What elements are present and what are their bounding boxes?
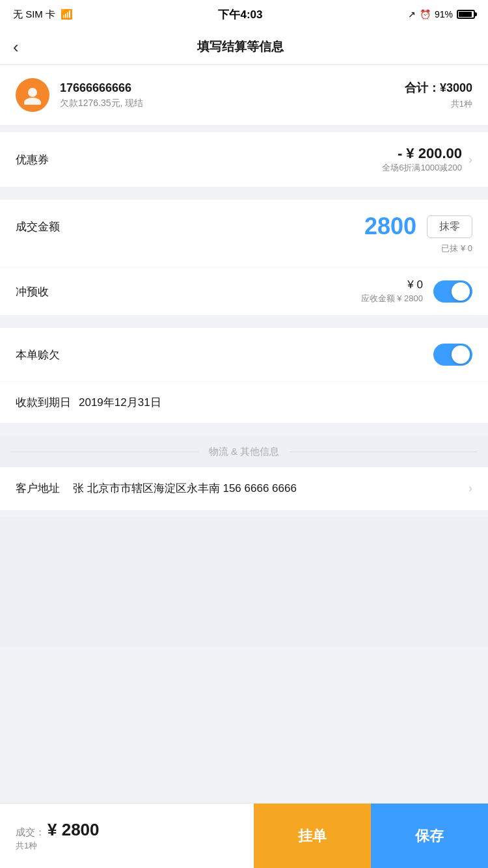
divider-2 bbox=[0, 321, 488, 328]
address-label: 客户地址 bbox=[16, 481, 60, 496]
svg-point-1 bbox=[24, 98, 41, 105]
hold-button[interactable]: 挂单 bbox=[254, 804, 371, 868]
coupon-label: 优惠券 bbox=[16, 152, 49, 167]
total-amount: 合计：¥3000 bbox=[405, 80, 472, 96]
address-row[interactable]: 客户地址 张 北京市市辖区海淀区永丰南 156 6666 6666 › bbox=[0, 467, 488, 510]
deal-section: 成交金额 2800 抹零 已抹 ¥ 0 冲预收 ¥ 0 应收金额 ¥ 2800 bbox=[0, 200, 488, 315]
discount-amount: - ¥ 200.00 bbox=[398, 145, 462, 162]
benyue-section: 本单赊欠 收款到期日 2019年12月31日 bbox=[0, 328, 488, 423]
deal-amount-label: 成交金额 bbox=[16, 219, 60, 234]
discount-desc: 全场6折满1000减200 bbox=[382, 162, 462, 174]
bottom-deal-amount: ¥ 2800 bbox=[47, 820, 100, 840]
benyue-row: 本单赊欠 bbox=[0, 328, 488, 381]
customer-card: 17666666666 欠款1276.35元, 现结 合计：¥3000 共1种 bbox=[0, 65, 488, 126]
alarm-icon: ⏰ bbox=[420, 9, 431, 20]
status-bar: 无 SIM 卡 📶 下午4:03 ↗ ⏰ 91% bbox=[0, 0, 488, 29]
location-icon: ↗ bbox=[408, 9, 416, 20]
battery-icon bbox=[457, 10, 475, 19]
page-title: 填写结算等信息 bbox=[32, 38, 449, 55]
bottom-bar: 成交： ¥ 2800 共1种 挂单 保存 bbox=[0, 803, 488, 868]
round-button[interactable]: 抹零 bbox=[427, 215, 472, 238]
due-date-row: 收款到期日 2019年12月31日 bbox=[0, 381, 488, 423]
coupon-right: - ¥ 200.00 全场6折满1000减200 bbox=[49, 145, 462, 174]
toggle-knob bbox=[452, 282, 470, 301]
divider-3 bbox=[0, 429, 488, 436]
avatar bbox=[16, 78, 49, 112]
total-count: 共1种 bbox=[405, 98, 472, 110]
deal-amount-row: 成交金额 2800 抹零 已抹 ¥ 0 bbox=[0, 200, 488, 268]
benyue-toggle[interactable] bbox=[433, 344, 472, 366]
wifi-icon: 📶 bbox=[61, 8, 73, 20]
customer-phone: 17666666666 bbox=[60, 81, 405, 95]
deal-sub: 已抹 ¥ 0 bbox=[16, 243, 472, 254]
address-section: 客户地址 张 北京市市辖区海淀区永丰南 156 6666 6666 › bbox=[0, 467, 488, 510]
content: 17666666666 欠款1276.35元, 现结 合计：¥3000 共1种 … bbox=[0, 65, 488, 725]
deal-right: 2800 抹零 bbox=[364, 213, 472, 240]
gray-bg-section bbox=[0, 517, 488, 647]
sep-line-right bbox=[290, 452, 478, 452]
coupon-row[interactable]: 优惠券 - ¥ 200.00 全场6折满1000减200 › bbox=[0, 132, 488, 187]
no-sim-label: 无 SIM 卡 bbox=[13, 8, 55, 21]
chong-toggle[interactable] bbox=[433, 280, 472, 303]
address-chevron-icon: › bbox=[468, 481, 472, 495]
chong-amount: ¥ 0 bbox=[49, 278, 423, 292]
coupon-section: 优惠券 - ¥ 200.00 全场6折满1000减200 › bbox=[0, 132, 488, 187]
status-left: 无 SIM 卡 📶 bbox=[13, 8, 73, 21]
divider-1 bbox=[0, 193, 488, 200]
sep-line-left bbox=[10, 452, 198, 452]
benyue-label: 本单赊欠 bbox=[16, 347, 433, 362]
deal-amount-value: 2800 bbox=[364, 213, 416, 240]
save-button[interactable]: 保存 bbox=[371, 804, 488, 868]
bottom-left: 成交： ¥ 2800 共1种 bbox=[0, 820, 254, 852]
chong-sub: 应收金额 ¥ 2800 bbox=[49, 293, 423, 305]
status-right: ↗ ⏰ 91% bbox=[408, 9, 475, 20]
customer-info: 17666666666 欠款1276.35元, 现结 bbox=[60, 81, 405, 109]
battery-percent: 91% bbox=[435, 9, 453, 20]
chong-label: 冲预收 bbox=[16, 284, 49, 299]
nav-bar: ‹ 填写结算等信息 bbox=[0, 29, 488, 65]
customer-sub: 欠款1276.35元, 现结 bbox=[60, 98, 405, 109]
chevron-right-icon: › bbox=[468, 153, 472, 167]
chong-row: 冲预收 ¥ 0 应收金额 ¥ 2800 bbox=[0, 268, 488, 315]
benyue-toggle-knob bbox=[452, 346, 470, 364]
address-value: 张 北京市市辖区海淀区永丰南 156 6666 6666 bbox=[73, 480, 462, 497]
due-date-value: 2019年12月31日 bbox=[79, 395, 161, 410]
logistics-sep-text: 物流 & 其他信息 bbox=[209, 446, 279, 458]
back-button[interactable]: ‹ bbox=[13, 38, 19, 55]
chong-middle: ¥ 0 应收金额 ¥ 2800 bbox=[49, 278, 423, 305]
bottom-deal-count: 共1种 bbox=[16, 840, 238, 852]
svg-point-0 bbox=[28, 88, 37, 97]
due-date-label: 收款到期日 bbox=[16, 395, 71, 410]
customer-total: 合计：¥3000 共1种 bbox=[405, 80, 472, 110]
status-time: 下午4:03 bbox=[218, 7, 262, 22]
logistics-separator: 物流 & 其他信息 bbox=[0, 436, 488, 467]
bottom-deal-label: 成交： bbox=[16, 826, 45, 839]
